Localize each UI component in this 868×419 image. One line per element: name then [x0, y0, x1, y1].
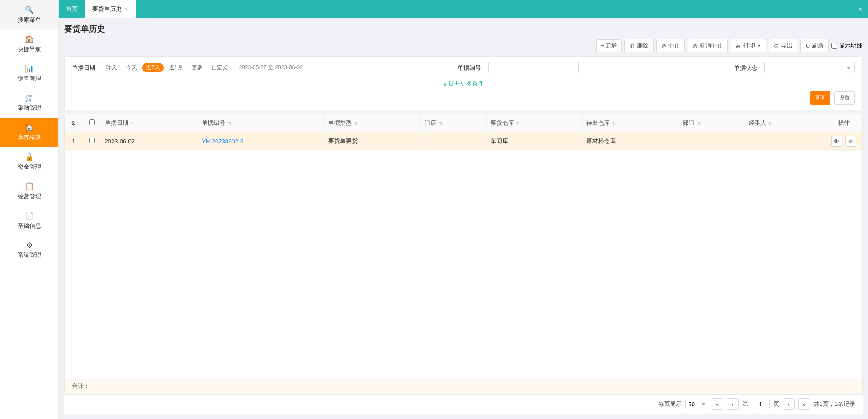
sidebar-icon-basic-info: 📄 [25, 211, 34, 220]
page-title: 要货单历史 [64, 24, 863, 34]
tab-bar: 首页要货单历史✕ — □ ✕ [59, 0, 868, 18]
sidebar-item-basic-info[interactable]: 📄基础信息 [0, 206, 58, 235]
th-handler-sort-icon[interactable]: ⇅ [769, 121, 772, 126]
date-range-display: 2023-05-27 至 2023-06-02 [239, 64, 302, 71]
prev-page-button[interactable]: ‹ [727, 398, 739, 410]
th-department-label: 部门 [683, 119, 694, 126]
tab-home[interactable]: 首页 [59, 0, 85, 18]
th-req-warehouse-sort-icon[interactable]: ⇅ [516, 121, 520, 126]
date-btn-yesterday[interactable]: 昨天 [103, 63, 121, 72]
row-view-button[interactable]: 👁 [831, 136, 842, 147]
th-doc-number: 单据编号 ⇅ [198, 114, 325, 132]
th-doc-date-sort-icon[interactable]: ⇅ [131, 121, 134, 126]
sidebar-item-operations[interactable]: 📋经营管理 [0, 176, 58, 206]
cancel-stop-button[interactable]: ⊘ 取消中止 [688, 39, 728, 52]
date-btn-today[interactable]: 今天 [123, 63, 141, 72]
row-store [421, 132, 487, 151]
tab-requisition-history[interactable]: 要货单历史✕ [85, 0, 136, 18]
th-pending-warehouse-label: 待出仓库 [586, 119, 610, 126]
date-btn-custom[interactable]: 自定义 [208, 63, 231, 72]
date-btn-last_month[interactable]: 近1月 [165, 63, 187, 72]
export-icon: ⊙ [774, 43, 779, 49]
sidebar-label-quick-nav: 快捷导航 [18, 45, 41, 53]
sidebar-item-search-menu[interactable]: 🔍搜索菜单 [0, 0, 58, 29]
sidebar-item-purchase[interactable]: 🛒采购管理 [0, 88, 58, 118]
row-edit-button[interactable]: ✏ [845, 136, 856, 147]
th-operations: 操作 [826, 114, 862, 132]
doc-number-input[interactable] [488, 62, 579, 73]
table-body: 1 2023-06-02 YH-20230602-0 要货单要货 车间库 原材料… [65, 132, 862, 151]
display-detail-checkbox[interactable] [831, 43, 837, 49]
date-filter-buttons: 昨天今天近7天近1月更多自定义 [103, 63, 231, 72]
expand-more-button[interactable]: ∨ 展开更多条件 [443, 80, 484, 88]
row-doc-number-link[interactable]: YH-20230602-0 [202, 138, 243, 145]
th-doc-date-label: 单据日期 [105, 119, 128, 126]
cancel-stop-icon: ⊘ [693, 43, 698, 49]
date-filter-label: 单据日期 [72, 64, 95, 72]
th-pending-warehouse-sort-icon[interactable]: ⇅ [613, 121, 616, 126]
sidebar-label-search-menu: 搜索菜单 [18, 16, 41, 24]
new-button[interactable]: + 新增 [596, 39, 622, 52]
row-handler [745, 132, 826, 151]
sidebar-item-finance[interactable]: 🔒资金管理 [0, 147, 58, 176]
export-button[interactable]: ⊙ 导出 [769, 39, 797, 52]
select-all-checkbox[interactable] [89, 119, 95, 125]
th-pending-warehouse: 待出仓库 ⇅ [583, 114, 679, 132]
total-info: 共1页，1条记录 [814, 400, 855, 408]
sidebar-icon-inventory: 🏠 [25, 123, 34, 132]
sidebar-item-system[interactable]: ⚙系统管理 [0, 235, 58, 265]
sidebar-label-system: 系统管理 [18, 251, 41, 259]
maximize-button[interactable]: □ [849, 6, 852, 13]
toolbar: + 新增 🗑 删除 ⊘ 中止 ⊘ 取消中止 🖨 打印 ▼ [64, 39, 863, 52]
row-operations: 👁 ✏ [826, 132, 862, 151]
last-page-button[interactable]: » [798, 398, 810, 410]
settings-button[interactable]: 设置 [834, 91, 855, 105]
table-container: ⚙ 单据日期 ⇅ 单据编号 ⇅ [64, 114, 863, 394]
row-doc-number: YH-20230602-0 [198, 132, 325, 151]
row-department [679, 132, 745, 151]
sidebar-item-sales[interactable]: 📊销售管理 [0, 59, 58, 88]
refresh-icon: ↻ [805, 43, 810, 49]
page-number-input[interactable] [752, 400, 770, 409]
print-dropdown-icon: ▼ [757, 43, 761, 48]
th-settings[interactable]: ⚙ [65, 114, 83, 132]
tab-close-requisition-history[interactable]: ✕ [124, 6, 128, 12]
th-doc-type-sort-icon[interactable]: ⇅ [354, 121, 358, 126]
page-size-select[interactable]: 50 10 20 100 [685, 400, 708, 409]
sidebar-label-operations: 经营管理 [18, 192, 41, 200]
next-page-button[interactable]: › [783, 398, 795, 410]
th-handler-label: 经手人 [749, 119, 766, 126]
delete-icon: 🗑 [629, 43, 635, 49]
print-icon: 🖨 [736, 43, 741, 49]
date-btn-more[interactable]: 更多 [188, 63, 206, 72]
first-page-button[interactable]: « [712, 398, 723, 410]
pagination-bar: 每页显示 50 10 20 100 « ‹ 第 页 › » 共1页，1条记录 [64, 394, 863, 414]
page-size-label: 每页显示 [658, 400, 682, 408]
th-doc-number-label: 单据编号 [202, 119, 225, 126]
doc-status-select[interactable] [764, 62, 855, 73]
sidebar-item-inventory[interactable]: 🏠库存核算 [0, 118, 58, 147]
row-doc-type: 要货单要货 [325, 132, 421, 151]
th-department-sort-icon[interactable]: ⇅ [697, 121, 701, 126]
th-store-label: 门店 [425, 119, 436, 126]
sidebar-item-quick-nav[interactable]: 🏠快捷导航 [0, 29, 58, 59]
th-department: 部门 ⇅ [679, 114, 745, 132]
th-store-sort-icon[interactable]: ⇅ [439, 121, 443, 126]
filter-row-1: 单据日期 昨天今天近7天近1月更多自定义 2023-05-27 至 2023-0… [72, 62, 855, 73]
table-row[interactable]: 1 2023-06-02 YH-20230602-0 要货单要货 车间库 原材料… [65, 132, 862, 151]
print-button[interactable]: 🖨 打印 ▼ [731, 39, 766, 52]
stop-button[interactable]: ⊘ 中止 [656, 39, 685, 52]
refresh-button[interactable]: ↻ 刷新 [800, 39, 829, 52]
query-button[interactable]: 查询 [810, 91, 830, 105]
date-btn-last7days[interactable]: 近7天 [142, 63, 164, 72]
delete-button[interactable]: 🗑 删除 [624, 39, 654, 52]
stop-icon: ⊘ [661, 43, 666, 49]
close-button[interactable]: ✕ [858, 6, 863, 13]
display-detail-checkbox-container[interactable]: 显示明细 [831, 42, 863, 50]
doc-number-label: 单据编号 [458, 64, 481, 72]
th-doc-type-label: 单据类型 [328, 119, 352, 126]
th-doc-number-sort-icon[interactable]: ⇅ [228, 121, 231, 126]
minimize-button[interactable]: — [837, 6, 843, 13]
row-checkbox [83, 132, 101, 151]
tab-label-requisition-history: 要货单历史 [92, 5, 122, 13]
